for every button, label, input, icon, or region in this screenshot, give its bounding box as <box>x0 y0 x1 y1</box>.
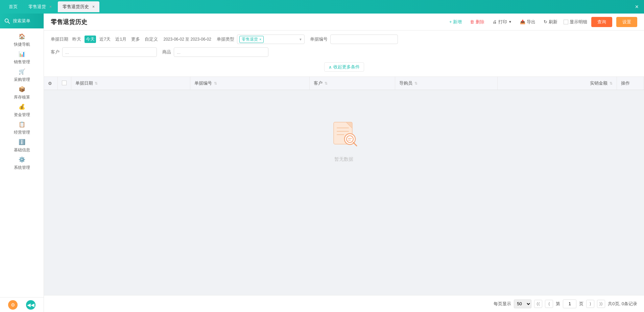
th-doc-no-sort-icon: ⇅ <box>214 81 217 85</box>
doc-type-tag-label: 零售退货 <box>242 37 258 42</box>
global-close-button[interactable]: × <box>635 3 639 10</box>
th-doc-no[interactable]: 单据编号 ⇅ <box>190 77 310 90</box>
date-shortcut-more[interactable]: 更多 <box>130 36 141 43</box>
tab-home-label: 首页 <box>9 4 18 10</box>
refresh-label: 刷新 <box>549 19 557 25</box>
sidebar-item-sales-mgmt-label: 销售管理 <box>14 59 30 65</box>
th-customer-label: 客户 <box>314 81 323 86</box>
doc-type-dropdown-icon[interactable]: ▼ <box>299 38 302 41</box>
collapse-label: 收起更多条件 <box>333 64 360 70</box>
setting-button[interactable]: 设置 <box>616 17 637 27</box>
page-label-suffix: 页 <box>579 301 583 307</box>
first-page-button[interactable]: ⟨⟨ <box>534 300 542 308</box>
page-label-prefix: 第 <box>556 301 560 307</box>
speaker-bottom-btn[interactable]: ◀◀ <box>26 300 35 310</box>
th-guide-label: 导购员 <box>399 81 412 86</box>
date-shortcut-yesterday[interactable]: 昨天 <box>71 36 82 43</box>
svg-line-8 <box>353 142 357 146</box>
last-page-button[interactable]: ⟩⟩ <box>597 300 605 308</box>
doc-no-filter-field: 单据编号 <box>310 35 398 44</box>
tab-retail-return-history-label: 零售退货历史 <box>63 4 89 10</box>
th-guide[interactable]: 导购员 ⇅ <box>395 77 498 90</box>
content-area: 零售退货历史 + 新增 🗑 删除 🖨 打印 ▼ 📤 导出 <box>44 14 644 312</box>
sidebar: 搜索菜单 🏠 快捷导航 📊 销售管理 🛒 采购管理 📦 库存核算 💰 资金管理 <box>0 14 44 312</box>
sidebar-bottom: ⚙ ◀◀ <box>0 297 44 312</box>
th-customer[interactable]: 客户 ⇅ <box>310 77 395 90</box>
sidebar-item-basic-info[interactable]: ℹ️ 基础信息 <box>0 137 44 154</box>
sidebar-item-inventory-label: 库存核算 <box>14 94 30 100</box>
export-icon: 📤 <box>520 19 525 24</box>
date-shortcuts: 昨天 今天 近7天 近1月 更多 自定义 <box>71 36 159 43</box>
page-header: 零售退货历史 + 新增 🗑 删除 🖨 打印 ▼ 📤 导出 <box>44 14 644 30</box>
page-size-select[interactable]: 50 100 200 <box>514 299 531 308</box>
sidebar-item-inventory[interactable]: 📦 库存核算 <box>0 84 44 102</box>
page-number-input[interactable] <box>563 299 576 308</box>
new-label: + 新增 <box>449 19 462 25</box>
data-table: ⚙ 单据日期 ⇅ 单据编号 ⇅ <box>44 77 644 190</box>
query-button[interactable]: 查询 <box>591 17 612 27</box>
date-shortcut-today[interactable]: 今天 <box>85 36 96 43</box>
prev-page-button[interactable]: ⟨ <box>545 300 553 308</box>
sidebar-item-system-mgmt[interactable]: ⚙️ 系统管理 <box>0 154 44 172</box>
sidebar-search[interactable]: 搜索菜单 <box>0 14 44 28</box>
display-detail-toggle[interactable]: 显示明细 <box>564 19 587 25</box>
date-shortcut-last7[interactable]: 近7天 <box>98 36 112 43</box>
sidebar-item-purchase-mgmt[interactable]: 🛒 采购管理 <box>0 66 44 84</box>
doc-type-tag-close[interactable]: × <box>259 37 261 41</box>
total-records-label: 共0页, 0条记录 <box>608 301 637 307</box>
sidebar-item-operations[interactable]: 📋 经营管理 <box>0 119 44 137</box>
sidebar-item-finance[interactable]: 💰 资金管理 <box>0 102 44 119</box>
export-button[interactable]: 📤 导出 <box>518 18 538 26</box>
empty-state-illustration <box>327 117 361 151</box>
empty-state: 暂无数据 <box>44 90 644 190</box>
customer-ellipsis: ... <box>65 50 69 55</box>
tab-retail-return-history-close[interactable]: × <box>92 4 95 9</box>
display-detail-checkbox[interactable] <box>564 20 568 24</box>
th-amount[interactable]: 实销金额 ⇅ <box>498 77 617 90</box>
new-button[interactable]: + 新增 <box>447 18 464 26</box>
delete-icon: 🗑 <box>470 19 474 24</box>
collapse-filter-button[interactable]: ∧ 收起更多条件 <box>324 62 364 72</box>
next-page-button[interactable]: ⟩ <box>586 300 594 308</box>
operations-icon: 📋 <box>18 121 26 128</box>
settings-bottom-btn[interactable]: ⚙ <box>8 300 18 310</box>
th-guide-sort-icon: ⇅ <box>414 81 418 85</box>
sidebar-item-quick-nav[interactable]: 🏠 快捷导航 <box>0 31 44 49</box>
home-icon: 🏠 <box>18 33 26 40</box>
filter-row-2: 客户 ... 商品 ... <box>51 47 637 57</box>
settings-icon[interactable]: ⚙ <box>48 81 52 86</box>
tab-retail-return-history[interactable]: 零售退货历史 × <box>58 1 99 12</box>
print-label: 打印 <box>498 19 507 25</box>
display-detail-label: 显示明细 <box>570 19 587 25</box>
select-all-checkbox[interactable] <box>62 81 67 85</box>
delete-button[interactable]: 🗑 删除 <box>468 18 486 26</box>
date-shortcut-custom[interactable]: 自定义 <box>143 36 159 43</box>
doc-no-input[interactable] <box>330 35 398 44</box>
filter-area: 单据日期 昨天 今天 近7天 近1月 更多 自定义 2023-06-02 至 2… <box>44 30 644 77</box>
tab-home[interactable]: 首页 <box>4 1 22 12</box>
print-arrow-icon: ▼ <box>508 20 512 24</box>
tab-retail-return[interactable]: 零售退货 × <box>24 1 56 12</box>
empty-row: 暂无数据 <box>44 90 644 190</box>
svg-line-1 <box>8 22 10 24</box>
th-settings[interactable]: ⚙ <box>44 77 57 90</box>
empty-text: 暂无数据 <box>334 156 353 162</box>
collapse-icon: ∧ <box>329 65 332 70</box>
th-checkbox[interactable] <box>57 77 71 90</box>
goods-label: 商品 <box>162 49 171 55</box>
date-shortcut-last1m[interactable]: 近1月 <box>114 36 128 43</box>
th-doc-date[interactable]: 单据日期 ⇅ <box>71 77 190 90</box>
doc-type-tag[interactable]: 零售退货 × <box>239 36 264 43</box>
sidebar-item-basic-info-label: 基础信息 <box>14 147 30 153</box>
th-amount-label: 实销金额 <box>590 81 607 86</box>
date-filter-field: 单据日期 昨天 今天 近7天 近1月 更多 自定义 2023-06-02 至 2… <box>51 36 211 43</box>
tab-retail-return-close[interactable]: × <box>49 4 52 9</box>
print-button[interactable]: 🖨 打印 ▼ <box>491 18 514 26</box>
th-actions: 操作 <box>617 77 644 90</box>
doc-type-label: 单据类型 <box>217 36 234 42</box>
refresh-button[interactable]: ↻ 刷新 <box>542 18 559 26</box>
sidebar-item-purchase-mgmt-label: 采购管理 <box>14 77 30 83</box>
sidebar-item-sales-mgmt[interactable]: 📊 销售管理 <box>0 49 44 66</box>
customer-label: 客户 <box>51 49 59 55</box>
sidebar-item-quick-nav-label: 快捷导航 <box>14 42 30 47</box>
